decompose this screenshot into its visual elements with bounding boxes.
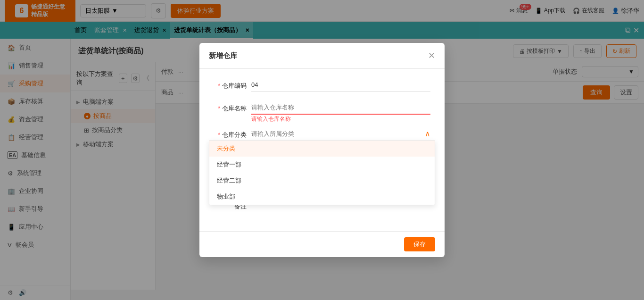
- dropdown-option-dept3[interactable]: 物业部: [209, 189, 435, 205]
- modal-overlay: 新增仓库 ✕ * 仓库编码 * 仓库名称 请输入仓库名称: [0, 0, 644, 300]
- dropdown-option-uncategorized[interactable]: 未分类: [209, 141, 435, 157]
- dialog-footer: 保存: [199, 231, 445, 257]
- dropdown-option-dept2[interactable]: 经营二部: [209, 173, 435, 189]
- code-input[interactable]: [251, 78, 430, 92]
- dropdown-toggle-icon[interactable]: ∧: [425, 129, 430, 138]
- name-error-message: 请输入仓库名称: [251, 115, 291, 123]
- add-warehouse-dialog: 新增仓库 ✕ * 仓库编码 * 仓库名称 请输入仓库名称: [199, 43, 445, 257]
- category-dropdown: 未分类 经营一部 经营二部 物业部: [209, 140, 435, 205]
- dialog-title: 新增仓库: [209, 51, 237, 60]
- dialog-header: 新增仓库 ✕: [199, 43, 445, 69]
- name-label: * 仓库名称: [214, 101, 251, 116]
- dropdown-option-dept1[interactable]: 经营一部: [209, 157, 435, 173]
- dialog-body: * 仓库编码 * 仓库名称 请输入仓库名称 *: [199, 69, 445, 231]
- category-field-row: * 仓库分类 ∧ 未分类 经营一部 经营二部 物业部: [214, 127, 430, 142]
- category-input[interactable]: [251, 127, 425, 140]
- code-field-row: * 仓库编码: [214, 78, 430, 93]
- name-input[interactable]: [251, 101, 430, 115]
- save-button[interactable]: 保存: [404, 237, 435, 251]
- category-select-wrapper: ∧ 未分类 经营一部 经营二部 物业部: [251, 127, 430, 141]
- code-label: * 仓库编码: [214, 78, 251, 93]
- dialog-close-button[interactable]: ✕: [428, 50, 435, 61]
- name-field-row: * 仓库名称 请输入仓库名称: [214, 101, 430, 116]
